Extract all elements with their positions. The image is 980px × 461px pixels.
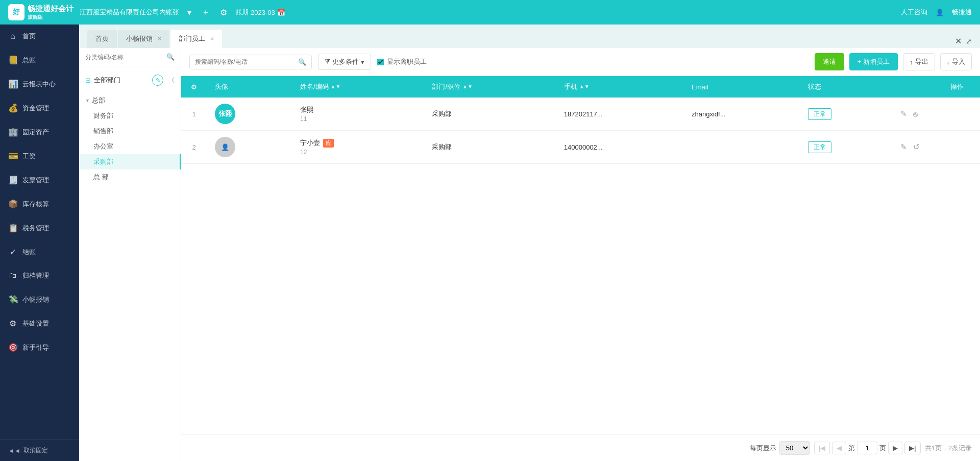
sidebar-item-inventory[interactable]: 📦 库存核算 (0, 192, 79, 216)
employee-search-box[interactable]: 🔍 (189, 55, 312, 69)
sidebar-item-ledger[interactable]: 📒 总账 (0, 48, 79, 72)
invite-button[interactable]: 邀请 (815, 53, 844, 70)
add-icon[interactable]: ＋ (200, 5, 212, 20)
all-dept-item[interactable]: ⊞ 全部部门 ✎ 《 (79, 70, 181, 90)
phone-cell-2: 140000002... (556, 131, 683, 164)
th-name-code[interactable]: 姓名/编码 ▲▼ (292, 76, 424, 98)
emp-name-2: 宁小壹 (300, 138, 320, 148)
logout-icon-1[interactable]: ⎋ (913, 110, 918, 118)
sidebar-item-settings[interactable]: ⚙ 基础设置 (0, 311, 79, 335)
dept-child-general[interactable]: 总 部 (79, 169, 181, 185)
guide-icon: 🎯 (8, 343, 17, 352)
sidebar-item-label: 小畅报销 (22, 295, 49, 304)
sidebar-item-assets[interactable]: 🏢 固定资产 (0, 120, 79, 144)
sidebar-item-label: 税务管理 (22, 224, 49, 233)
import-button[interactable]: ↓ 导入 (940, 53, 972, 70)
th-phone[interactable]: 手机 ▲▼ (556, 76, 683, 98)
logo-area: 好 畅捷通好会计 旗舰版 (8, 4, 74, 21)
tab-expense-close[interactable]: × (158, 35, 161, 42)
dept-child-office[interactable]: 办公室 (79, 139, 181, 154)
show-resigned-label[interactable]: 显示离职员工 (377, 57, 427, 66)
tab-expense[interactable]: 小畅报销 × (118, 30, 169, 48)
page-size-dropdown[interactable]: 50 10 20 100 (779, 441, 810, 455)
top-bar: 好 畅捷通好会计 旗舰版 江西服宝精品有限责任公司内账张 ▾ ＋ ⚙ 账期 20… (0, 0, 980, 25)
th-actions: 操作 (892, 76, 980, 98)
ai-consult-btn[interactable]: 人工咨询 (901, 8, 927, 17)
sidebar-item-label: 库存核算 (22, 200, 49, 209)
dept-child-purchase[interactable]: 采购部 (79, 154, 181, 169)
last-page-btn[interactable]: ▶| (904, 442, 920, 454)
edit-icon-1[interactable]: ✎ (900, 109, 907, 118)
add-employee-button[interactable]: + 新增员工 (849, 53, 898, 70)
sidebar-item-label: 云报表中心 (22, 80, 56, 89)
sidebar-item-home[interactable]: ⌂ 首页 (0, 25, 79, 48)
avatar-1: 张熙 (215, 104, 235, 124)
th-dept-position[interactable]: 部门/职位 ▲▼ (424, 76, 555, 98)
dept-collapse-icon[interactable]: 《 (168, 76, 175, 85)
page-input[interactable] (857, 442, 877, 454)
edit-icon-2[interactable]: ✎ (900, 142, 907, 152)
chevron-down-icon: ▾ (361, 58, 364, 66)
sidebar-item-salary[interactable]: 💳 工资 (0, 144, 79, 168)
calendar-icon[interactable]: 📅 (277, 9, 285, 16)
company-selector[interactable]: 江西服宝精品有限责任公司内账张 (80, 8, 179, 17)
employee-search-icon[interactable]: 🔍 (298, 58, 306, 66)
filter-bar: 🔍 ⧩ 更多条件 ▾ 显示离职员工 邀请 + (181, 48, 980, 76)
sidebar-item-guide[interactable]: 🎯 新手引导 (0, 335, 79, 359)
more-conditions-btn[interactable]: ⧩ 更多条件 ▾ (318, 54, 371, 70)
closing-icon: ✓ (8, 247, 17, 257)
action-buttons: 邀请 + 新增员工 ↑ 导出 ↓ 导入 (815, 53, 972, 70)
user-avatar-icon: 👤 (936, 9, 944, 16)
th-settings[interactable]: ⚙ (181, 76, 207, 98)
name-code-cell-1: 张熙 11 (292, 98, 424, 131)
dept-search-icon[interactable]: 🔍 (166, 53, 175, 61)
settings-icon[interactable]: ⚙ (218, 6, 229, 19)
employee-search-input[interactable] (195, 58, 295, 65)
sidebar-item-label: 资金管理 (22, 104, 49, 113)
dept-child-sales[interactable]: 销售部 (79, 124, 181, 139)
sidebar-item-closing[interactable]: ✓ 结账 (0, 240, 79, 264)
content-area: 首页 小畅报销 × 部门员工 × ✕ ⤢ 🔍 (79, 25, 980, 461)
salary-icon: 💳 (8, 151, 17, 161)
next-page-btn[interactable]: ▶ (888, 442, 902, 454)
sidebar-item-label: 新手引导 (22, 343, 49, 352)
expand-icon[interactable]: ⤢ (966, 37, 972, 45)
table-header-row: ⚙ 头像 姓名/编码 ▲▼ (181, 76, 980, 98)
sidebar-item-invoice[interactable]: 🧾 发票管理 (0, 168, 79, 192)
sidebar-item-tax[interactable]: 📋 税务管理 (0, 216, 79, 240)
dept-cell-1: 采购部 (424, 98, 555, 131)
phone-cell-1: 187202117... (556, 98, 683, 131)
app-logo: 好 (8, 4, 24, 20)
all-dept-label: 全部部门 (94, 76, 120, 85)
close-window-icon[interactable]: ✕ (955, 36, 962, 46)
tab-home[interactable]: 首页 (87, 30, 117, 48)
sidebar-item-archive[interactable]: 🗂 归档管理 (0, 264, 79, 287)
export-button[interactable]: ↑ 导出 (903, 53, 935, 70)
reset-icon-2[interactable]: ↺ (913, 142, 920, 152)
unpin-label: 取消固定 (23, 446, 48, 455)
dept-child-finance[interactable]: 财务部 (79, 108, 181, 124)
tab-employees-close[interactable]: × (210, 35, 214, 42)
dept-search-input[interactable] (85, 54, 163, 61)
th-status: 状态 (800, 76, 892, 98)
sidebar-item-expense[interactable]: 💸 小畅报销 (0, 287, 79, 311)
dept-parent-headquarter[interactable]: 总部 (79, 93, 181, 108)
sidebar-item-funds[interactable]: 💰 资金管理 (0, 96, 79, 120)
dept-edit-icon[interactable]: ✎ (152, 75, 163, 86)
show-resigned-checkbox[interactable] (377, 59, 384, 65)
unpin-button[interactable]: ◄◄ 取消固定 (0, 440, 79, 461)
th-email: Email (683, 76, 800, 98)
prev-page-btn[interactable]: ◀ (832, 442, 846, 454)
settings-sidebar-icon: ⚙ (8, 319, 17, 328)
dropdown-icon[interactable]: ▾ (185, 6, 193, 19)
page-prefix: 第 (848, 444, 855, 453)
row-num-2: 2 (181, 131, 207, 164)
first-page-btn[interactable]: |◀ (814, 442, 830, 454)
user-name[interactable]: 畅捷通 (952, 8, 972, 17)
tab-bar: 首页 小畅报销 × 部门员工 × ✕ ⤢ (79, 25, 980, 48)
table-row: 2 👤 宁小壹 应 (181, 131, 980, 164)
sidebar-item-label: 归档管理 (22, 271, 49, 280)
sidebar-item-reports[interactable]: 📊 云报表中心 (0, 72, 79, 96)
sidebar: ⌂ 首页 📒 总账 📊 云报表中心 💰 资金管理 🏢 固定资产 💳 工资 🧾 发… (0, 25, 79, 461)
tab-employees[interactable]: 部门员工 × (170, 30, 222, 48)
